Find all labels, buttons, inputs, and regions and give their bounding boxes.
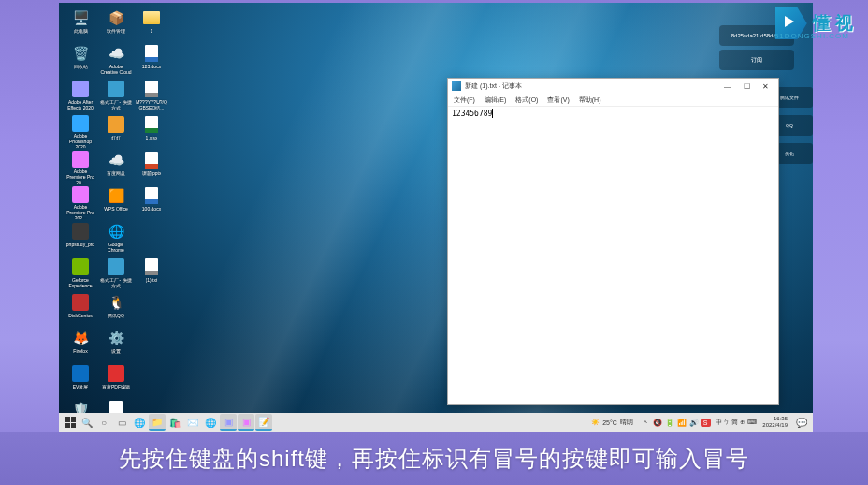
- app-light-icon: [106, 114, 126, 135]
- desktop-icon-this-pc[interactable]: 🖥️此电脑: [64, 7, 97, 41]
- icon-label: 百度PDF编辑: [102, 384, 130, 389]
- recycle-bin-icon: 🗑️: [70, 43, 91, 64]
- menu-item-0[interactable]: 文件(F): [452, 95, 477, 106]
- menu-item-2[interactable]: 格式(O): [514, 95, 540, 106]
- taskbar-item-task-view[interactable]: ▭: [113, 414, 130, 431]
- desktop-icon-doc-123[interactable]: 123.docx: [135, 43, 168, 77]
- icon-label: 100.docx: [142, 206, 161, 212]
- taskbar: 🔍 ○▭🌐📁🛍️✉️🌐▣▣📝 ☀️ 25°C 晴朗 ^🔇🔋📶🔊 S 中 ㄅ 简 …: [59, 413, 813, 432]
- notepad-icon: [452, 81, 461, 91]
- desktop-icon-app-light[interactable]: 灯灯: [99, 114, 133, 148]
- desktop-icon-ev[interactable]: EV录屏: [64, 363, 97, 397]
- txt-1-icon: [141, 257, 162, 277]
- desktop-icon-ps[interactable]: Adobe Photoshop 2020: [64, 114, 97, 148]
- icon-label: DiskGenius: [68, 313, 93, 318]
- icon-label: M???YY?U?/Q GBSEO结...: [136, 99, 167, 110]
- taskbar-item-pr[interactable]: ▣: [238, 414, 254, 431]
- start-button[interactable]: [62, 414, 79, 431]
- icon-label: 1: [151, 28, 153, 34]
- taskbar-item-chrome[interactable]: 🌐: [202, 414, 219, 431]
- menu-item-4[interactable]: 帮助(H): [577, 95, 603, 106]
- notepad-content[interactable]: 123456789: [448, 107, 778, 404]
- desktop-widget-2[interactable]: 订阅: [719, 50, 794, 70]
- baidu-pan-icon: ☁️: [106, 150, 126, 170]
- desktop-icon-folder-1[interactable]: 1: [135, 7, 168, 41]
- tray-icon-1[interactable]: 🔇: [653, 418, 662, 427]
- desktop-icon-pptx[interactable]: 课题.pptx: [135, 150, 168, 184]
- desktop-icon-recycle-bin[interactable]: 🗑️回收站: [64, 43, 97, 77]
- taskbar-item-store[interactable]: 🛍️: [166, 414, 183, 431]
- notepad-titlebar[interactable]: 新建 (1).txt - 记事本 — ☐ ✕: [448, 79, 778, 94]
- desktop-icon-qq[interactable]: 🐧腾讯QQ: [99, 292, 133, 326]
- icon-label: 课题.pptx: [142, 170, 162, 176]
- taskbar-item-ae[interactable]: ▣: [220, 414, 237, 431]
- notepad-window[interactable]: 新建 (1).txt - 记事本 — ☐ ✕ 文件(F)编辑(E)格式(O)查看…: [447, 78, 779, 405]
- menu-item-1[interactable]: 编辑(E): [483, 95, 508, 106]
- icon-label: Google Chrome: [100, 242, 132, 253]
- desktop-icon-docx-100[interactable]: 100.docx: [135, 185, 168, 219]
- desktop-icon-baidu-pan[interactable]: ☁️百度网盘: [99, 150, 133, 184]
- desktop-icon-settings[interactable]: ⚙️设置: [99, 328, 133, 361]
- icon-label: Firefox: [73, 348, 87, 354]
- settings-icon: ⚙️: [106, 328, 126, 348]
- desktop-icon-pdf[interactable]: 百度PDF编辑: [99, 363, 133, 397]
- tray-icon-0[interactable]: ^: [641, 418, 650, 427]
- ff2-icon: [106, 257, 126, 277]
- diskgenius-icon: [70, 292, 91, 313]
- sun-icon: ☀️: [591, 419, 600, 426]
- icon-label: 格式工厂- 快捷方式: [100, 99, 132, 110]
- icon-label: 软件管理: [107, 28, 125, 34]
- taskbar-item-cortana[interactable]: ○: [95, 414, 112, 431]
- icon-label: 百度网盘: [107, 170, 125, 176]
- ime-indicator[interactable]: 中 ㄅ 简 ⊕ ⌨: [716, 418, 758, 427]
- desktop-icon-txt-1[interactable]: (1).txt: [135, 257, 168, 290]
- desktop[interactable]: 🖥️此电脑📦软件管理1🗑️回收站☁️Adobe Creative Cloud12…: [59, 3, 813, 432]
- desktop-icon-phpstudy[interactable]: phpstudy_pro: [64, 221, 97, 255]
- desktop-icon-xlsx-1[interactable]: 1.xlsx: [135, 114, 168, 148]
- desktop-icon-pr[interactable]: Adobe Premiere Pro 20...: [64, 150, 97, 184]
- desktop-icon-wps[interactable]: 🟧WPS Office: [99, 185, 133, 219]
- weather-widget[interactable]: ☀️ 25°C 晴朗: [591, 418, 633, 427]
- desktop-icon-text-file[interactable]: M???YY?U?/Q GBSEO结...: [135, 79, 168, 112]
- maximize-button[interactable]: ☐: [737, 80, 756, 93]
- ime-badge[interactable]: S: [701, 419, 711, 427]
- icon-label: Adobe Premiere Pro 20...: [65, 169, 96, 184]
- desktop-icon-geforce[interactable]: Geforce Experience: [64, 257, 97, 290]
- notepad-title-text: 新建 (1).txt - 记事本: [465, 81, 522, 91]
- desktop-icon-chrome[interactable]: 🌐Google Chrome: [99, 221, 133, 255]
- taskbar-item-edge[interactable]: 🌐: [131, 414, 148, 431]
- desktop-icon-ff2[interactable]: 格式工厂- 快捷方式: [99, 257, 133, 290]
- icon-label: Adobe Photoshop 2020: [65, 133, 96, 148]
- icon-label: Geforce Experience: [65, 277, 96, 288]
- desktop-icon-ae[interactable]: Adobe After Effects 2020: [64, 79, 97, 112]
- minimize-button[interactable]: —: [718, 80, 737, 93]
- ae-icon: [70, 79, 91, 99]
- subtitle-text: 先按住键盘的shift键，再按住标识有冒号的按键即可输入冒号: [119, 444, 749, 474]
- menu-item-3[interactable]: 查看(V): [545, 95, 571, 106]
- close-button[interactable]: ✕: [756, 80, 774, 93]
- taskbar-item-explorer[interactable]: 📁: [149, 414, 166, 431]
- desktop-icon-software-mgr[interactable]: 📦软件管理: [99, 7, 133, 41]
- firefox-icon: 🦊: [70, 328, 91, 348]
- qq-icon: 🐧: [106, 292, 126, 313]
- desktop-icon-pr2[interactable]: Adobe Premiere Pro 202...: [64, 185, 97, 219]
- icon-label: 灯灯: [111, 135, 121, 140]
- desktop-icon-firefox[interactable]: 🦊Firefox: [64, 328, 97, 361]
- chrome-icon: 🌐: [106, 221, 126, 242]
- tray-icon-4[interactable]: 🔊: [689, 418, 699, 427]
- taskbar-item-notepad[interactable]: 📝: [255, 414, 272, 431]
- format-factory-icon: [106, 79, 126, 99]
- phpstudy-icon: [70, 221, 91, 242]
- taskbar-item-mail[interactable]: ✉️: [184, 414, 201, 431]
- text-file-icon: [141, 79, 162, 99]
- search-icon[interactable]: 🔍: [80, 416, 94, 429]
- clock[interactable]: 16:35 2022/4/19: [762, 416, 788, 429]
- desktop-icon-diskgenius[interactable]: DiskGenius: [64, 292, 97, 326]
- notification-center-icon[interactable]: 💬: [793, 414, 810, 431]
- adobe-cc-icon: ☁️: [106, 43, 126, 64]
- pdf-icon: [106, 363, 126, 384]
- desktop-icon-adobe-cc[interactable]: ☁️Adobe Creative Cloud: [99, 43, 133, 77]
- desktop-icon-format-factory[interactable]: 格式工厂- 快捷方式: [99, 79, 133, 112]
- tray-icon-3[interactable]: 📶: [677, 418, 687, 427]
- tray-icon-2[interactable]: 🔋: [665, 418, 674, 427]
